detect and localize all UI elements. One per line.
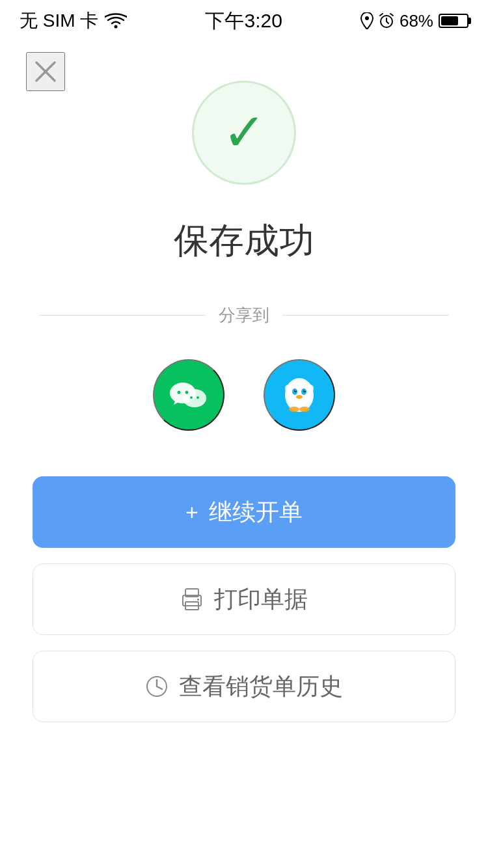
checkmark-icon: ✓ — [223, 107, 266, 159]
close-icon — [34, 60, 57, 83]
status-time: 下午3:20 — [205, 8, 282, 34]
svg-point-12 — [288, 381, 311, 407]
continue-button[interactable]: + 继续开单 — [33, 476, 455, 548]
location-icon — [360, 12, 373, 29]
wechat-share-button[interactable] — [153, 359, 224, 431]
svg-point-8 — [185, 391, 189, 394]
svg-point-22 — [289, 407, 299, 412]
carrier-text: 无 SIM 卡 — [20, 8, 98, 33]
clock-icon — [145, 675, 169, 698]
print-label: 打印单据 — [214, 584, 308, 616]
svg-point-0 — [115, 25, 118, 29]
success-circle: ✓ — [192, 81, 296, 185]
svg-point-9 — [190, 396, 193, 399]
status-bar: 无 SIM 卡 下午3:20 68% — [0, 0, 488, 42]
wifi-icon — [105, 12, 127, 29]
wechat-icon — [169, 377, 209, 413]
main-content: ✓ 保存成功 分享到 — [0, 42, 488, 722]
action-buttons: + 继续开单 打印单据 查看销货单历史 — [0, 476, 488, 722]
svg-point-18 — [305, 390, 306, 391]
share-section: 分享到 — [0, 304, 488, 327]
battery-percent: 68% — [400, 11, 433, 31]
qq-share-button[interactable] — [264, 359, 335, 431]
success-title: 保存成功 — [174, 217, 314, 265]
alarm-icon — [379, 12, 394, 29]
svg-point-21 — [307, 385, 314, 392]
svg-point-23 — [299, 407, 310, 412]
svg-point-10 — [197, 396, 199, 399]
svg-rect-27 — [197, 599, 199, 601]
close-button[interactable] — [26, 52, 65, 91]
history-label: 查看销货单历史 — [179, 671, 343, 703]
svg-point-20 — [285, 385, 291, 392]
continue-label: 继续开单 — [209, 496, 303, 528]
divider-right — [282, 315, 449, 316]
qq-icon — [280, 374, 319, 416]
status-left: 无 SIM 卡 — [20, 8, 127, 33]
print-button[interactable]: 打印单据 — [33, 563, 455, 635]
share-label: 分享到 — [206, 304, 282, 327]
svg-point-17 — [295, 390, 297, 391]
printer-icon — [180, 588, 204, 611]
divider-left — [39, 315, 206, 316]
status-right: 68% — [360, 11, 468, 31]
svg-point-1 — [365, 16, 369, 20]
battery-indicator — [439, 14, 468, 28]
share-icons — [153, 359, 335, 431]
history-button[interactable]: 查看销货单历史 — [33, 651, 455, 722]
plus-icon: + — [185, 500, 198, 525]
svg-point-7 — [178, 391, 181, 394]
svg-point-19 — [296, 395, 303, 399]
